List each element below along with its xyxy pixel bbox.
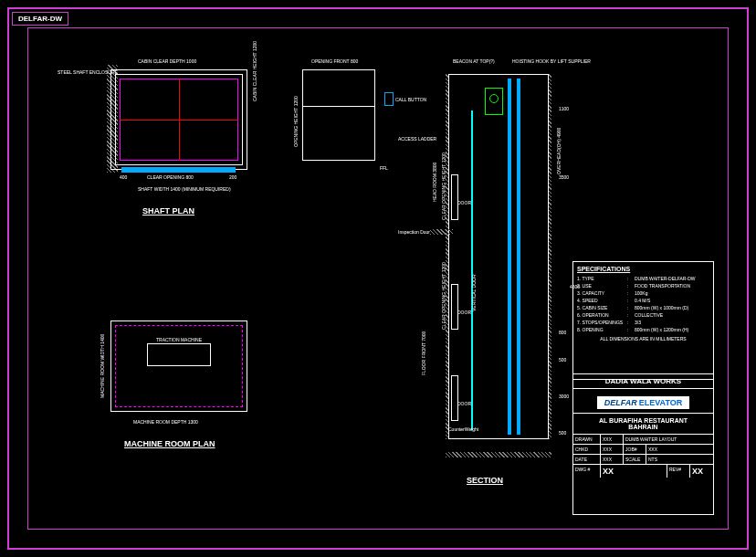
spec-row: 1. TYPE:DUMB WAITER-DELFAR-DW	[577, 276, 709, 281]
dim-3000: 3000	[559, 394, 569, 399]
open-front-label: OPENING FRONT 800	[311, 58, 358, 64]
open-height-label: OPENING HEIGHT 1200	[293, 96, 299, 147]
inner-frame: STEEL SHAFT ENCLOSURE CABIN CLEAR DEPTH …	[27, 27, 729, 530]
spec-title: SPECIFICATIONS	[577, 266, 709, 272]
spec-row: 7. STOPS/OPENINGS:3/3	[577, 320, 709, 325]
overhead-label: OVERHEAD(OH) 4900	[556, 128, 562, 174]
shaft-plan-view: STEEL SHAFT ENCLOSURE CABIN CLEAR DEPTH …	[83, 56, 266, 193]
counter-label: CounterWeight	[448, 426, 478, 432]
client-name: DADIA WALA WORKS	[573, 374, 713, 389]
machine-label: TRACTION MACHINE	[156, 337, 202, 342]
shaft-plan-title: SHAFT PLAN	[142, 206, 194, 215]
tb-row-4: DWG # XX REV# XX	[573, 465, 713, 478]
spec-row: 8. OPENING:800mm (W) x 1200mm (H)	[577, 327, 709, 332]
dim-pit: 500	[559, 430, 566, 436]
clear-h2-label: CLEAR OPENING HEIGHT 1200	[441, 262, 446, 330]
dim-400: 400	[120, 174, 127, 180]
machine-plan-title: MACHINE ROOM PLAN	[124, 439, 215, 448]
spec-row: 4. SPEED:0.4 M/S	[577, 298, 709, 303]
ffl-label: FFL	[380, 165, 388, 171]
vertical-door-label: VERTICAL DOOR	[471, 274, 477, 311]
spec-box: SPECIFICATIONS 1. TYPE:DUMB WAITER-DELFA…	[572, 261, 714, 380]
dim-500: 500	[559, 357, 566, 363]
access-label: ACCESS LADDER	[398, 136, 436, 142]
brand-label: DELFAR-DW	[12, 12, 68, 26]
spec-note: ALL DIMENSIONS ARE IN MILLIMETERS	[577, 336, 709, 342]
inspection-label: Inspection Door	[398, 229, 430, 235]
clear-opening-label: CLEAR OPENING 800	[147, 174, 194, 180]
logo-row: DELFARELEVATOR	[573, 389, 713, 414]
section-view: BEACON AT TOP(?) HOISTING HOOK BY LIFT S…	[421, 56, 567, 457]
cabin-depth-label: CABIN CLEAR DEPTH 1000	[138, 58, 196, 64]
dim-800: 800	[559, 330, 566, 335]
delfar-logo: DELFARELEVATOR	[597, 396, 690, 409]
dwg-title: DUMB WAITER LAYOUT	[624, 435, 713, 444]
beacon-label: BEACON AT TOP(?)	[453, 58, 495, 64]
tb-row-2: CHKD XXX JOB# XXX	[573, 445, 713, 455]
spec-row: 3. CAPACITY:100Kg	[577, 290, 709, 296]
dim-3500: 3500	[559, 174, 569, 180]
hoisting-label: HOISTING HOOK BY LIFT SUPPLIER	[512, 58, 558, 64]
door-label-2: DOOR	[457, 310, 471, 315]
project-name: AL BURAFIHA RESTAURANT BAHRAIN	[573, 414, 713, 435]
title-block: DADIA WALA WORKS DELFARELEVATOR AL BURAF…	[572, 373, 714, 515]
tb-row-3: DATE XXX SCALE NTS	[573, 455, 713, 465]
shaft-width-label: SHAFT WIDTH 1400 (MINIMUM REQUIRED)	[138, 186, 231, 192]
floor-front-label: FLOOR FRONT 7000	[421, 331, 426, 375]
mr-depth-label: MACHINE ROOM DEPTH 1300	[133, 419, 198, 425]
machine-plan-view: TRACTION MACHINE MACHINE ROOM DEPTH 1300…	[83, 311, 266, 439]
cabin-height-label: CABIN CLEAR HEIGHT 1200	[252, 41, 257, 101]
dim-200: 200	[229, 174, 236, 180]
opening-plan-view: OPENING FRONT 800 OPENING HEIGHT 1200 CA…	[293, 56, 403, 184]
door-label-1: DOOR	[457, 200, 471, 205]
head-label: HEAD ROOM 3800	[432, 163, 437, 202]
mr-width-label: MACHINE ROOM WIDTH 1400	[100, 334, 105, 398]
spec-row: 6. OPERATION:COLLECTIVE	[577, 312, 709, 318]
spec-row: 5. CABIN SIZE:800mm (W) x 1000mm (D)	[577, 305, 709, 310]
dim-1100: 1100	[559, 106, 569, 111]
door-label-3: DOOR	[457, 401, 471, 406]
spec-row: 2. USE:FOOD TRANSPORTATION	[577, 283, 709, 289]
outer-frame: DELFAR-DW STEEL SHAFT ENCLOSURE CABIN CL…	[7, 7, 749, 550]
enclosure-label: STEEL SHAFT ENCLOSURE	[58, 69, 103, 75]
section-title: SECTION	[467, 476, 503, 485]
clear-h1-label: CLEAR OPENING HEIGHT 1200	[441, 152, 446, 220]
tb-row-1: DRAWN XXX DUMB WAITER LAYOUT	[573, 435, 713, 445]
